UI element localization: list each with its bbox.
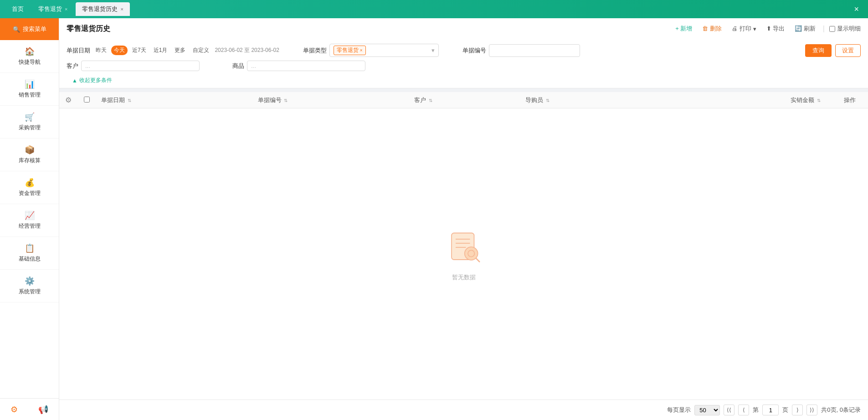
system-icon: ⚙️ [25,276,35,286]
select-all-checkbox[interactable] [84,97,90,102]
sort-customer-icon: ⇅ [429,98,432,103]
th-action: 操作 [832,92,868,108]
voucher-filter: 单据编号 [462,44,580,57]
last-page-button[interactable]: ⟩⟩ [806,405,817,415]
collapse-button[interactable]: ▲ 收起更多条件 [67,75,861,88]
sidebar-item-purchase[interactable]: 🛒 采购管理 [0,106,59,138]
page-title: 零售退货历史 [67,24,110,34]
empty-text: 暂无数据 [452,273,476,282]
sidebar-item-operations[interactable]: 📈 经营管理 [0,204,59,237]
th-guide[interactable]: 导购员 ⇅ [520,92,654,108]
inventory-icon: 📦 [25,145,35,155]
divider: | [823,25,825,33]
new-button[interactable]: + 新增 [673,23,695,35]
page-label: 第 [753,406,759,414]
top-bar: 首页 零售退货 × 零售退货历史 × × [0,0,868,18]
tab-retail-return[interactable]: 零售退货 × [32,2,74,16]
page-size-label: 每页显示 [667,406,691,414]
page-label-end: 页 [782,406,788,414]
tab-home[interactable]: 首页 [5,2,30,16]
basic-info-icon: 📋 [25,243,35,253]
settings-button[interactable]: 设置 [835,44,861,57]
window-close-button[interactable]: × [850,5,863,14]
sidebar-search[interactable]: 🔍 搜索菜单 [0,18,59,40]
search-icon: 🔍 [13,26,20,33]
next-page-button[interactable]: ⟩ [792,405,803,415]
date-btn-today[interactable]: 今天 [111,46,128,55]
type-select[interactable]: 零售退货 × ▾ [329,44,439,57]
tab-retail-return-history[interactable]: 零售退货历史 × [76,2,129,16]
date-filter: 单据日期 昨天 今天 近7天 近1月 更多 自定义 2023-06-02 至 2… [67,46,279,55]
th-customer[interactable]: 客户 ⇅ [409,92,520,108]
type-tag: 零售退货 × [334,46,366,55]
sales-icon: 📊 [25,79,35,89]
print-button[interactable]: 🖨 打印 ▾ [729,23,759,35]
sidebar: 🔍 搜索菜单 🏠 快捷导航 📊 销售管理 🛒 采购管理 📦 库存核算 💰 资金管… [0,18,59,420]
header-actions: + 新增 🗑 删除 🖨 打印 ▾ ⬆ 导出 🔄 刷新 | [673,23,861,35]
th-amount[interactable]: 实销金额 ⇅ [654,92,832,108]
table-container: ⚙ 单据日期 ⇅ 单据编号 ⇅ [59,92,868,420]
sidebar-item-inventory[interactable]: 📦 库存核算 [0,138,59,171]
sidebar-bottom: ⚙ 📢 [0,398,59,420]
empty-state-icon [443,227,484,268]
sidebar-item-finance[interactable]: 💰 资金管理 [0,171,59,204]
prev-page-button[interactable]: ⟨ [738,405,749,415]
first-page-button[interactable]: ⟨⟨ [724,405,734,415]
close-tab-retail-return-history[interactable]: × [120,6,123,12]
total-text: 共0页, 0条记录 [821,406,861,414]
collapse-icon: ▲ [72,77,77,84]
pagination-bar: 每页显示 10 20 50 100 ⟨⟨ ⟨ 第 页 ⟩ ⟩⟩ 共0页, 0条记… [59,400,868,420]
delete-button[interactable]: 🗑 删除 [699,23,724,35]
table-gear-icon[interactable]: ⚙ [65,96,72,104]
customer-select[interactable]: ... [81,61,200,71]
sidebar-item-system[interactable]: ⚙️ 系统管理 [0,270,59,302]
type-filter: 单据类型 零售退货 × ▾ [303,44,439,57]
type-tag-remove[interactable]: × [360,48,363,53]
th-checkbox [77,92,96,108]
customer-filter: 客户 ... [67,61,200,71]
svg-line-6 [476,258,479,261]
sort-guide-icon: ⇅ [546,98,550,103]
operations-icon: 📈 [25,210,35,220]
th-date[interactable]: 单据日期 ⇅ [96,92,252,108]
goods-select[interactable]: ... [247,61,365,71]
page-header: 零售退货历史 + 新增 🗑 删除 🖨 打印 ▾ ⬆ 导出 [59,18,868,88]
voucher-input[interactable] [489,44,580,57]
print-arrow-icon: ▾ [753,26,756,32]
sidebar-item-sales[interactable]: 📊 销售管理 [0,73,59,106]
show-detail-checkbox-label[interactable]: 显示明细 [829,25,861,33]
th-number[interactable]: 单据编号 ⇅ [252,92,409,108]
page-number-input[interactable] [762,405,779,415]
query-button[interactable]: 查询 [805,44,832,57]
date-btn-custom[interactable]: 自定义 [190,46,212,55]
sidebar-item-basic-info[interactable]: 📋 基础信息 [0,237,59,270]
purchase-icon: 🛒 [25,112,35,122]
filter-area: 单据日期 昨天 今天 近7天 近1月 更多 自定义 2023-06-02 至 2… [67,38,861,88]
date-btn-7days[interactable]: 近7天 [129,46,149,55]
th-settings: ⚙ [59,92,77,108]
date-options: 昨天 今天 近7天 近1月 更多 自定义 [93,46,212,55]
sort-date-icon: ⇅ [128,98,131,103]
sort-amount-icon: ⇅ [817,98,821,103]
settings-bottom-icon[interactable]: ⚙ [10,405,18,415]
table-header-row: ⚙ 单据日期 ⇅ 单据编号 ⇅ [59,92,868,108]
close-tab-retail-return[interactable]: × [65,6,67,12]
date-range-display: 2023-06-02 至 2023-06-02 [215,46,279,54]
data-table: ⚙ 单据日期 ⇅ 单据编号 ⇅ [59,92,868,108]
sidebar-item-quick-nav[interactable]: 🏠 快捷导航 [0,40,59,73]
type-select-arrow: ▾ [431,47,435,54]
show-detail-checkbox[interactable] [829,26,835,32]
refresh-button[interactable]: 🔄 刷新 [792,23,818,35]
date-btn-more[interactable]: 更多 [172,46,188,55]
date-btn-1month[interactable]: 近1月 [151,46,170,55]
page-size-select[interactable]: 10 20 50 100 [694,405,720,415]
main-layout: 🔍 搜索菜单 🏠 快捷导航 📊 销售管理 🛒 采购管理 📦 库存核算 💰 资金管… [0,18,868,420]
date-btn-yesterday[interactable]: 昨天 [93,46,109,55]
volume-icon[interactable]: 📢 [38,405,48,415]
empty-state: 暂无数据 [59,108,868,400]
main-content: 零售退货历史 + 新增 🗑 删除 🖨 打印 ▾ ⬆ 导出 [59,18,868,420]
export-button[interactable]: ⬆ 导出 [764,23,788,35]
sort-number-icon: ⇅ [284,98,288,103]
finance-icon: 💰 [25,178,35,188]
home-icon: 🏠 [25,46,35,56]
